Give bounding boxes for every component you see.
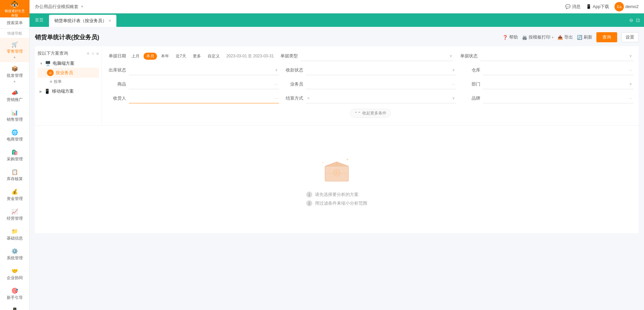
account-title: 办公用品行业模拟账套 xyxy=(35,4,78,10)
sidebar-item-newbie[interactable]: 🎯 新手引导 xyxy=(0,284,29,304)
ecommerce-icon: 🌐 xyxy=(11,129,18,136)
tab-right-controls: ⊖ ⊡ xyxy=(625,13,644,27)
settings-button[interactable]: 设置 xyxy=(621,32,639,42)
doc-status-arrow: ∨ xyxy=(629,54,632,58)
empty-illustration-svg: ✦ ✦ ! xyxy=(318,154,355,185)
sidebar-item-marketing[interactable]: 📣 营销推广 xyxy=(0,86,29,106)
marketing-icon: 📣 xyxy=(11,90,18,96)
salesperson-field: 业务员 ··· xyxy=(284,79,456,89)
header-left: 办公用品行业模拟账套 ▾ xyxy=(35,4,83,10)
print-arrow: ▾ xyxy=(552,36,553,39)
doc-type-input[interactable]: ∨ xyxy=(301,51,453,61)
sidebar-item-wholesale[interactable]: 📦 批发管理 ▲ xyxy=(0,62,29,86)
collect-status-input[interactable]: ∨ xyxy=(306,65,456,75)
tip-text-1: 请先选择要分析的方案 xyxy=(315,192,359,198)
sidebar-item-basic[interactable]: 📁 基础信息 xyxy=(0,225,29,245)
date-btn-more[interactable]: 更多 xyxy=(190,53,204,60)
by-order-icon: ≡ xyxy=(50,79,52,84)
sidebar-item-corp[interactable]: 🤝 企业协同 xyxy=(0,264,29,284)
sales-icon: 📊 xyxy=(11,109,18,116)
sidebar-item-stock[interactable]: 📋 库存核算 xyxy=(0,165,29,185)
date-btn-this-year[interactable]: 本年 xyxy=(158,53,172,60)
app-download-button[interactable]: 📱 App下载 xyxy=(586,4,609,10)
mobile-group-icon: 📱 xyxy=(44,89,50,94)
filter-item-salesperson-label: 按业务员 xyxy=(56,70,73,76)
sidebar-item-retail[interactable]: 🛒 零售管理 ▲ xyxy=(0,38,29,62)
active-tab-label: 销货单统计表（按业务员） xyxy=(54,18,107,24)
refresh-button[interactable]: 🔄 刷新 xyxy=(577,34,592,40)
date-field: 单据日期 上月 本月 本年 近7天 更多 自定义 2023-03-01 至 20… xyxy=(107,53,274,60)
tab-home[interactable]: 首页 xyxy=(30,13,49,27)
tab-sales-stats[interactable]: 销货单统计表（按业务员） × xyxy=(49,15,116,27)
collapse-scheme-icon[interactable]: « xyxy=(96,51,99,56)
empty-tip-1: 1 请先选择要分析的方案 xyxy=(306,192,367,198)
query-button[interactable]: 查询 xyxy=(596,32,617,42)
user-avatar: Ea xyxy=(614,2,624,11)
tab-close-button[interactable]: × xyxy=(109,18,111,23)
collect-status-field: 收款状态 ∨ xyxy=(284,65,456,75)
export-icon: 📤 xyxy=(557,35,563,40)
mobile-group-label: 移动端方案 xyxy=(52,88,74,94)
user-name: demo2 xyxy=(625,4,639,9)
filter-group-mobile: ▶ 📱 移动端方案 xyxy=(38,87,99,96)
sidebar-item-system[interactable]: ⚙️ 系统管理 xyxy=(0,245,29,264)
doc-status-input[interactable]: ∨ xyxy=(480,51,633,61)
date-btn-7days[interactable]: 近7天 xyxy=(173,53,189,60)
collapse-button[interactable]: ⌃⌃ 收起更多条件 xyxy=(350,109,391,118)
sidebar-search[interactable]: 搜索菜单 xyxy=(0,17,29,29)
date-range-text: 2023-03-01 至 2023-03-31 xyxy=(226,53,274,59)
collect-status-arrow: ∨ xyxy=(452,68,455,72)
add-scheme-icon[interactable]: + xyxy=(87,51,90,56)
receiver-input[interactable]: ··· xyxy=(129,93,279,103)
sidebar-item-sales[interactable]: 📊 销售管理 xyxy=(0,106,29,126)
tab-minimize-icon[interactable]: ⊖ xyxy=(629,17,633,23)
out-status-label: 出库状态 xyxy=(107,67,126,73)
tab-maximize-icon[interactable]: ⊡ xyxy=(636,17,640,23)
sidebar-item-label-operation: 经营管理 xyxy=(7,216,23,221)
sidebar-item-operation[interactable]: 📈 经营管理 xyxy=(0,205,29,225)
edit-scheme-icon[interactable]: ○ xyxy=(92,51,94,56)
sidebar-item-purchase[interactable]: 🛍️ 采购管理 xyxy=(0,146,29,165)
goods-label: 商品 xyxy=(107,81,126,87)
dept-input[interactable]: ∨ xyxy=(483,79,633,89)
print-icon: 🖨️ xyxy=(522,35,527,40)
brand-input[interactable]: ··· xyxy=(483,93,633,103)
tip-text-2: 用过滤条件来缩小分析范围 xyxy=(315,200,367,206)
date-btn-custom[interactable]: 自定义 xyxy=(205,53,222,60)
filter-item-by-order[interactable]: ≡ 按单 xyxy=(38,78,99,86)
collapse-row: ⌃⌃ 收起更多条件 xyxy=(107,107,633,120)
account-dropdown-icon[interactable]: ▾ xyxy=(81,4,83,9)
sidebar-item-label-retail: 零售管理 xyxy=(7,49,23,54)
warehouse-field: 仓库 ··· xyxy=(462,65,633,75)
refresh-label: 刷新 xyxy=(584,34,592,40)
sidebar-item-label-ecommerce: 电商管理 xyxy=(7,137,23,142)
app-logo[interactable]: 🐯 畅捷通好生意 标版 xyxy=(0,0,30,17)
export-button[interactable]: 📤 导出 xyxy=(557,34,573,40)
receiver-label: 收货人 xyxy=(107,95,126,101)
filter-group-mobile-header[interactable]: ▶ 📱 移动端方案 xyxy=(38,87,99,96)
message-button[interactable]: 💬 消息 xyxy=(565,4,581,10)
sidebar-item-label-finance: 资金管理 xyxy=(7,196,23,202)
settle-input[interactable]: × ∨ xyxy=(306,93,456,103)
filter-row-3: 商品 ··· 业务员 ··· xyxy=(107,79,633,89)
date-btn-last-month[interactable]: 上月 xyxy=(129,53,142,60)
filter-group-pc-header[interactable]: ▼ 🖥️ 电脑端方案 xyxy=(38,59,99,68)
settle-clear[interactable]: × xyxy=(307,96,310,101)
help-button[interactable]: ❓ 帮助 xyxy=(502,34,518,40)
filter-item-by-salesperson[interactable]: ⊙ 按业务员 xyxy=(38,68,99,78)
sidebar-item-finance[interactable]: 💰 资金管理 xyxy=(0,185,29,205)
goods-input[interactable]: ··· xyxy=(129,79,279,89)
doc-status-label: 单据状态 xyxy=(459,53,478,59)
svg-text:✦: ✦ xyxy=(322,161,324,164)
salesperson-input[interactable]: ··· xyxy=(306,79,456,89)
template-print-button[interactable]: 🖨️ 按模板打印 ▾ xyxy=(522,34,553,40)
warehouse-input[interactable]: ··· xyxy=(483,65,633,75)
date-btn-this-month[interactable]: 本月 xyxy=(144,53,157,60)
finance-icon: 💰 xyxy=(11,189,18,195)
out-status-input[interactable]: ∨ xyxy=(129,65,279,75)
brand-field: 品牌 ··· xyxy=(462,93,633,103)
sidebar-item-ecommerce[interactable]: 🌐 电商管理 xyxy=(0,126,29,146)
sidebar-item-apps[interactable]: 📱 应用中心 xyxy=(0,304,29,310)
quick-nav-label[interactable]: 快捷导航 xyxy=(7,29,22,37)
user-profile[interactable]: Ea demo2 xyxy=(614,2,639,11)
